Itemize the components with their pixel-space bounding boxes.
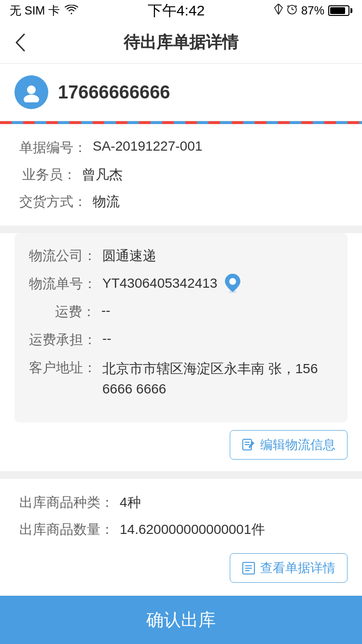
list-icon bbox=[242, 561, 255, 575]
company-label: 物流公司： bbox=[29, 247, 102, 265]
tracking-label: 物流单号： bbox=[29, 275, 102, 293]
status-left: 无 SIM 卡 bbox=[10, 3, 78, 18]
logistics-outer: 物流公司： 圆通速递 物流单号： YT43064053424​13 bbox=[0, 233, 362, 430]
confirm-button[interactable]: 确认出库 bbox=[0, 596, 362, 644]
battery-icon bbox=[328, 5, 352, 16]
edit-logistics-button[interactable]: 编辑物流信息 bbox=[230, 430, 348, 460]
goods-quantity-label: 出库商品数量： bbox=[19, 520, 120, 539]
user-header: 17666666666 bbox=[0, 64, 362, 121]
order-no-row: 单据编号： SA-20191227-001 bbox=[19, 139, 343, 157]
address-row: 客户地址： 北京市市辖区海淀区永丰南 张，156 6666 6666 bbox=[29, 359, 333, 399]
logistics-card: 物流公司： 圆通速递 物流单号： YT43064053424​13 bbox=[14, 233, 348, 422]
goods-section: 出库商品种类： 4种 出库商品数量： 14.620000000000001件 bbox=[0, 479, 362, 553]
salesperson-row: 业务员： 曾凡杰 bbox=[19, 166, 343, 184]
goods-types-row: 出库商品种类： 4种 bbox=[19, 493, 343, 512]
goods-types-label: 出库商品种类： bbox=[19, 493, 120, 512]
company-value: 圆通速递 bbox=[102, 247, 333, 265]
edit-btn-wrap: 编辑物流信息 bbox=[0, 430, 362, 471]
order-info-section: 单据编号： SA-20191227-001 业务员： 曾凡杰 交货方式： 物流 bbox=[0, 124, 362, 225]
page-title: 待出库单据详情 bbox=[124, 31, 238, 54]
tracking-row: 物流单号： YT43064053424​13 bbox=[29, 275, 333, 293]
view-btn-wrap: 查看单据详情 bbox=[0, 553, 362, 597]
section-gap-1 bbox=[0, 471, 362, 479]
delivery-value: 物流 bbox=[93, 193, 343, 211]
location-status-icon bbox=[274, 4, 283, 17]
order-no-value: SA-20191227-001 bbox=[93, 139, 343, 154]
svg-point-5 bbox=[24, 95, 39, 102]
company-row: 物流公司： 圆通速递 bbox=[29, 247, 333, 265]
status-right: 87% bbox=[274, 4, 352, 17]
back-button[interactable] bbox=[14, 33, 25, 52]
delivery-row: 交货方式： 物流 bbox=[19, 193, 343, 211]
freight-value: -- bbox=[101, 303, 333, 318]
delivery-label: 交货方式： bbox=[19, 193, 93, 211]
view-btn-label: 查看单据详情 bbox=[260, 560, 335, 576]
edit-btn-label: 编辑物流信息 bbox=[260, 436, 335, 453]
wifi-icon bbox=[65, 4, 78, 17]
freight-row: 运费： -- bbox=[29, 303, 333, 321]
view-detail-button[interactable]: 查看单据详情 bbox=[230, 553, 348, 583]
address-value: 北京市市辖区海淀区永丰南 张，156 6666 6666 bbox=[102, 359, 333, 399]
status-time: 下午4:42 bbox=[148, 1, 205, 21]
freight-bear-row: 运费承担： -- bbox=[29, 331, 333, 349]
freight-bear-value: -- bbox=[102, 331, 333, 346]
status-bar: 无 SIM 卡 下午4:42 bbox=[0, 0, 362, 21]
goods-types-value: 4种 bbox=[120, 493, 343, 512]
confirm-btn-label: 确认出库 bbox=[146, 608, 216, 632]
svg-point-4 bbox=[27, 85, 36, 94]
salesperson-label: 业务员： bbox=[19, 166, 82, 184]
carrier-text: 无 SIM 卡 bbox=[10, 3, 60, 18]
tracking-location-icon[interactable] bbox=[224, 275, 241, 292]
svg-point-7 bbox=[229, 278, 236, 285]
salesperson-value: 曾凡杰 bbox=[82, 166, 343, 184]
freight-label: 运费： bbox=[29, 303, 101, 321]
alarm-icon bbox=[287, 4, 297, 17]
order-no-label: 单据编号： bbox=[19, 139, 93, 157]
freight-bear-label: 运费承担： bbox=[29, 331, 102, 349]
address-label: 客户地址： bbox=[29, 359, 102, 377]
nav-bar: 待出库单据详情 bbox=[0, 21, 362, 64]
goods-quantity-value: 14.620000000000001件 bbox=[120, 520, 343, 539]
edit-icon bbox=[242, 438, 255, 452]
battery-text: 87% bbox=[301, 4, 324, 17]
avatar bbox=[14, 75, 48, 109]
tracking-value: YT43064053424​13 bbox=[102, 275, 333, 292]
user-phone: 17666666666 bbox=[58, 82, 170, 103]
goods-quantity-row: 出库商品数量： 14.620000000000001件 bbox=[19, 520, 343, 539]
